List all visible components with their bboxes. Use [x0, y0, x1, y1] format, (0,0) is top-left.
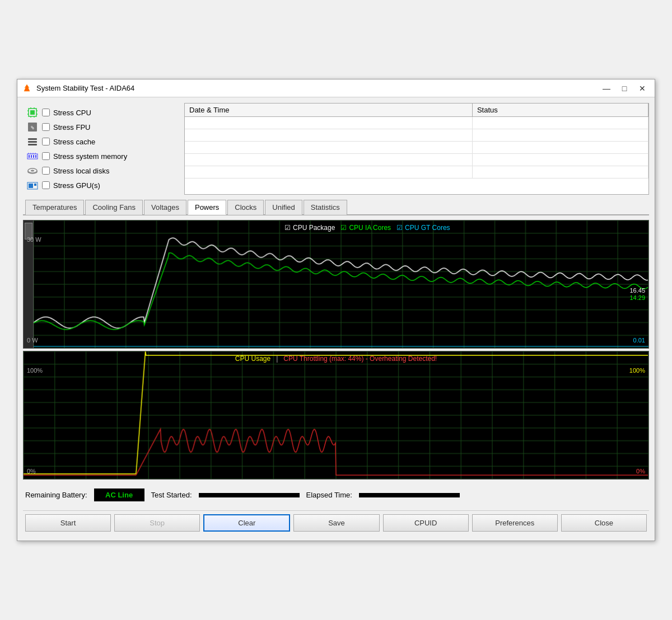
- maximize-button[interactable]: □: [617, 82, 632, 95]
- tab-voltages[interactable]: Voltages: [144, 200, 186, 215]
- app-icon: [22, 83, 32, 93]
- tab-powers[interactable]: Powers: [188, 200, 226, 215]
- cpu-icon: [26, 106, 39, 119]
- stress-cache-checkbox[interactable]: [42, 138, 50, 145]
- battery-label: Remaining Battery:: [25, 491, 87, 499]
- legend-check-cpu-package: ☑: [284, 224, 291, 232]
- legend-cpu-usage: CPU Usage: [235, 355, 270, 363]
- stress-disk-checkbox[interactable]: [42, 167, 50, 175]
- disk-icon: [26, 165, 39, 177]
- chart-val2: 14.29: [629, 294, 645, 301]
- usage-y-bottom-left: 0%: [27, 468, 36, 475]
- stress-gpu-checkbox[interactable]: [42, 181, 50, 189]
- fpu-icon: %: [26, 121, 39, 133]
- usage-y-top-left: 100%: [27, 367, 43, 374]
- start-button[interactable]: Start: [25, 514, 111, 532]
- legend-check-cpu-ia: ☑: [340, 224, 347, 232]
- status-bar: Remaining Battery: AC Line Test Started:…: [23, 484, 649, 506]
- usage-y-top-right: 100%: [629, 367, 645, 374]
- tabs-bar: Temperatures Cooling Fans Voltages Power…: [23, 199, 649, 215]
- svg-rect-15: [28, 144, 37, 145]
- cpuid-button[interactable]: CPUID: [383, 514, 469, 532]
- y-top-label: 30 W: [27, 236, 41, 243]
- svg-rect-20: [35, 155, 36, 158]
- test-started-label: Test Started:: [151, 491, 192, 499]
- svg-rect-18: [31, 155, 32, 158]
- legend-cpu-gt-cores: ☑ CPU GT Cores: [396, 224, 450, 232]
- cache-icon: [26, 135, 39, 148]
- stress-fpu-label: Stress FPU: [53, 123, 90, 131]
- stress-gpu-label: Stress GPU(s): [53, 181, 100, 190]
- tab-statistics[interactable]: Statistics: [304, 200, 347, 215]
- log-col-datetime: Date & Time: [185, 104, 472, 117]
- top-section: Stress CPU % Stress FPU: [23, 103, 649, 195]
- window-title: System Stability Test - AIDA64: [36, 84, 599, 92]
- preferences-button[interactable]: Preferences: [472, 514, 558, 532]
- tab-temperatures[interactable]: Temperatures: [25, 200, 84, 215]
- stop-button[interactable]: Stop: [114, 514, 200, 532]
- table-row: [185, 166, 648, 179]
- table-row: [185, 154, 648, 166]
- elapsed-value: [359, 493, 460, 497]
- legend-cpu-throttle: CPU Throttling (max: 44%) - Overheating …: [283, 355, 437, 363]
- stress-disk-row: Stress local disks: [26, 165, 176, 177]
- svg-rect-31: [34, 184, 36, 186]
- stress-fpu-checkbox[interactable]: [42, 123, 50, 131]
- svg-point-26: [31, 170, 34, 172]
- stress-gpu-row: Stress GPU(s): [26, 179, 176, 191]
- svg-rect-13: [28, 138, 37, 140]
- stress-memory-label: Stress system memory: [53, 152, 127, 161]
- stress-memory-checkbox[interactable]: [42, 152, 50, 160]
- stress-cache-label: Stress cache: [53, 138, 95, 146]
- chart-val1: 16.45: [629, 287, 645, 294]
- legend-label-cpu-gt: CPU GT Cores: [405, 224, 450, 232]
- powers-chart: ☑ CPU Package ☑ CPU IA Cores ☑ CPU GT Co…: [23, 220, 649, 349]
- clear-button[interactable]: Clear: [203, 514, 290, 532]
- close-window-button[interactable]: ✕: [634, 82, 650, 95]
- stress-cpu-label: Stress CPU: [53, 109, 91, 117]
- stress-disk-label: Stress local disks: [53, 167, 109, 175]
- tab-clocks[interactable]: Clocks: [227, 200, 264, 215]
- battery-value: AC Line: [94, 489, 144, 501]
- memory-icon: [26, 150, 39, 162]
- y-bottom-label: 0 W: [27, 337, 38, 344]
- stress-fpu-row: % Stress FPU: [26, 121, 176, 133]
- svg-rect-14: [28, 141, 37, 143]
- gpu-icon: [26, 179, 39, 191]
- table-row: [185, 142, 648, 154]
- stress-memory-row: Stress system memory: [26, 150, 176, 162]
- table-row: [185, 129, 648, 142]
- usage-y-bottom-right: 0%: [636, 468, 645, 475]
- tab-unified[interactable]: Unified: [265, 200, 302, 215]
- svg-rect-30: [29, 184, 33, 188]
- usage-legend: CPU Usage | CPU Throttling (max: 44%) - …: [235, 355, 437, 363]
- tab-cooling-fans[interactable]: Cooling Fans: [85, 200, 143, 215]
- svg-text:%: %: [31, 125, 34, 130]
- svg-rect-17: [29, 155, 30, 158]
- button-bar: Start Stop Clear Save CPUID Preferences …: [23, 510, 649, 535]
- legend-cpu-package: ☑ CPU Package: [284, 224, 335, 232]
- window-controls: — □ ✕: [599, 82, 650, 95]
- svg-marker-0: [24, 84, 30, 91]
- log-table: Date & Time Status: [184, 103, 649, 195]
- title-bar: System Stability Test - AIDA64 — □ ✕: [17, 79, 655, 97]
- stress-cpu-checkbox[interactable]: [42, 109, 50, 116]
- elapsed-label: Elapsed Time:: [306, 491, 352, 499]
- minimize-button[interactable]: —: [599, 82, 614, 95]
- stress-options-panel: Stress CPU % Stress FPU: [23, 103, 180, 195]
- save-button[interactable]: Save: [293, 514, 379, 532]
- powers-legend: ☑ CPU Package ☑ CPU IA Cores ☑ CPU GT Co…: [284, 224, 450, 232]
- test-started-value: [199, 493, 300, 497]
- legend-label-cpu-ia: CPU IA Cores: [349, 224, 391, 232]
- table-row: [185, 117, 648, 129]
- log-col-status: Status: [472, 104, 648, 117]
- chart-val3: 0.01: [633, 337, 645, 344]
- legend-check-cpu-gt: ☑: [396, 224, 403, 232]
- stress-cpu-row: Stress CPU: [26, 106, 176, 119]
- main-window: System Stability Test - AIDA64 — □ ✕: [17, 79, 655, 541]
- svg-rect-2: [30, 110, 35, 115]
- stress-cache-row: Stress cache: [26, 135, 176, 148]
- legend-cpu-ia-cores: ☑ CPU IA Cores: [340, 224, 391, 232]
- content-area: Stress CPU % Stress FPU: [17, 97, 655, 541]
- close-app-button[interactable]: Close: [561, 514, 647, 532]
